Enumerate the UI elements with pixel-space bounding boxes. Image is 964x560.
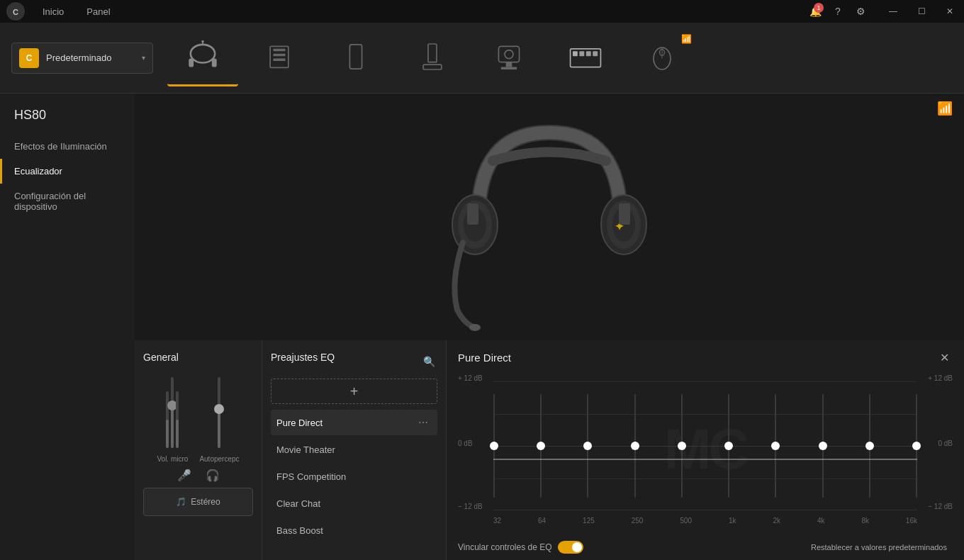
eq-presets-panel: Preajustes EQ 🔍 + Pure Direct ⋯ Movie Th…: [262, 340, 447, 560]
device-tab-board[interactable]: [550, 30, 621, 86]
vol-micro-label: Vol. micro: [157, 455, 188, 463]
eq-presets-header: Preajustes EQ 🔍: [271, 352, 437, 371]
device-tab-usb[interactable]: [320, 30, 391, 86]
titlebar-icons: 🔔 1 ? ⚙: [805, 1, 870, 21]
help-icon[interactable]: ?: [828, 1, 848, 21]
freq-label-500: 500: [680, 517, 692, 525]
eq-band-10[interactable]: [916, 381, 917, 510]
general-title: General: [143, 352, 253, 363]
preset-item-pure-direct[interactable]: Pure Direct ⋯: [271, 410, 437, 435]
slider-col-2: Autopercepc: [199, 377, 239, 463]
main-area: HS80 Efectos de Iluminación Ecualizador …: [0, 94, 964, 560]
eq-band-2[interactable]: [540, 381, 542, 510]
headset-3d-image: ✦: [436, 104, 663, 338]
search-presets-button[interactable]: 🔍: [420, 353, 437, 370]
db-bottom-right-label: − 12 dB: [928, 503, 953, 510]
volume-sliders: Vol. micro Autopercepc: [143, 371, 253, 469]
preset-item-fps-competition[interactable]: FPS Competition: [271, 464, 437, 489]
svg-text:C: C: [13, 8, 18, 16]
eq-link-toggle[interactable]: [558, 541, 583, 554]
db-bottom-left-label: − 12 dB: [458, 503, 483, 510]
device-tab-mouse[interactable]: 📶: [627, 30, 697, 86]
vincular-label: Vincular controles de EQ: [458, 542, 552, 552]
freq-label-64: 64: [538, 517, 546, 525]
device-tabs: 📶: [167, 30, 953, 86]
add-preset-button[interactable]: +: [271, 379, 437, 404]
sidebar-item-device-config[interactable]: Configuración del dispositivo: [0, 184, 135, 219]
svg-rect-35: [619, 203, 630, 225]
freq-label-32: 32: [493, 517, 501, 525]
settings-icon[interactable]: ⚙: [851, 1, 870, 21]
svg-rect-12: [428, 44, 437, 62]
wifi-icon: 📶: [681, 34, 692, 44]
memory-tab-icon: [258, 39, 301, 74]
headphones-icon: 🎧: [206, 469, 220, 482]
content-area: 📶 ✦: [135, 94, 964, 560]
preset-item-movie-theater[interactable]: Movie Theater: [271, 437, 437, 462]
profile-name: Predeterminado: [46, 52, 135, 63]
minimize-button[interactable]: —: [879, 0, 907, 23]
db-center-label: 0 dB: [458, 439, 473, 447]
mouse-tab-icon: [641, 39, 683, 74]
preset-item-bass-boost[interactable]: Bass Boost: [271, 517, 437, 543]
stand-tab-icon: [411, 39, 454, 74]
sidebar-item-equalizer[interactable]: Ecualizador: [0, 159, 135, 184]
preset-name: Bass Boost: [276, 525, 432, 536]
headset-area: 📶 ✦: [135, 94, 964, 349]
eq-band-5[interactable]: [681, 381, 683, 510]
vol-micro-slider-wrapper: [165, 377, 179, 448]
wifi-status-icon: 📶: [937, 101, 953, 116]
svg-rect-19: [573, 51, 578, 56]
db-top-left-label: + 12 dB: [458, 374, 483, 382]
add-icon: +: [350, 383, 359, 400]
general-panel: General: [135, 340, 262, 560]
eq-band-4[interactable]: [634, 381, 636, 510]
eq-presets-title: Preajustes EQ: [271, 352, 335, 363]
titlebar: C Inicio Panel 🔔 1 ? ⚙ — ☐ ✕: [0, 0, 964, 23]
eq-band-7[interactable]: [775, 381, 776, 510]
svg-rect-17: [501, 67, 517, 69]
eq-graph: MC + 12 dB 0 dB − 12 dB + 12 dB 0 dB − 1…: [458, 371, 953, 527]
sidebar-item-lighting[interactable]: Efectos de Iluminación: [0, 134, 135, 159]
close-button[interactable]: ✕: [936, 0, 964, 23]
nav-panel[interactable]: Panel: [75, 0, 121, 23]
maximize-button[interactable]: ☐: [907, 0, 936, 23]
profile-select[interactable]: C Predeterminado ▾: [11, 43, 153, 74]
eq-band-8[interactable]: [822, 381, 824, 510]
stereo-button[interactable]: 🎵 Estéreo: [143, 488, 253, 516]
eq-bottom-row: Vincular controles de EQ Restablecer a v…: [458, 540, 953, 554]
notification-icon[interactable]: 🔔 1: [805, 1, 825, 21]
preset-name: Pure Direct: [276, 418, 415, 428]
preset-menu-button[interactable]: ⋯: [415, 414, 432, 431]
svg-rect-21: [586, 51, 591, 56]
device-tab-stand[interactable]: [397, 30, 468, 86]
nav-inicio[interactable]: Inicio: [31, 0, 75, 23]
svg-rect-16: [506, 62, 512, 67]
freq-label-250: 250: [632, 517, 644, 525]
freq-label-4k: 4k: [817, 517, 825, 525]
device-tab-webcam[interactable]: [473, 30, 544, 86]
svg-rect-10: [273, 59, 285, 61]
eq-band-1[interactable]: [493, 381, 495, 510]
svg-point-6: [201, 40, 203, 43]
freq-label-8k: 8k: [861, 517, 869, 525]
device-tab-memory[interactable]: [244, 30, 315, 86]
eq-band-6[interactable]: [728, 381, 729, 510]
toggle-knob: [572, 542, 582, 552]
freq-label-1k: 1k: [729, 517, 736, 525]
eq-band-9[interactable]: [869, 381, 870, 510]
db-center-right-label: 0 dB: [938, 439, 953, 447]
reset-eq-button[interactable]: Restablecer a valores predeterminados: [805, 540, 953, 554]
preset-item-clear-chat[interactable]: Clear Chat: [271, 491, 437, 516]
titlebar-controls: 🔔 1 ? ⚙ — ☐ ✕: [805, 0, 964, 23]
corsair-logo: C: [6, 1, 26, 21]
eq-graph-title: Pure Direct: [458, 352, 511, 364]
svg-rect-20: [579, 51, 584, 56]
eq-close-button[interactable]: ✕: [936, 349, 953, 366]
preset-list: Pure Direct ⋯ Movie Theater FPS Competit…: [271, 410, 437, 543]
freq-label-125: 125: [583, 517, 595, 525]
usb-tab-icon: [335, 39, 377, 74]
device-tab-headset[interactable]: [167, 30, 238, 86]
svg-point-15: [505, 50, 513, 59]
eq-band-3[interactable]: [587, 381, 588, 510]
